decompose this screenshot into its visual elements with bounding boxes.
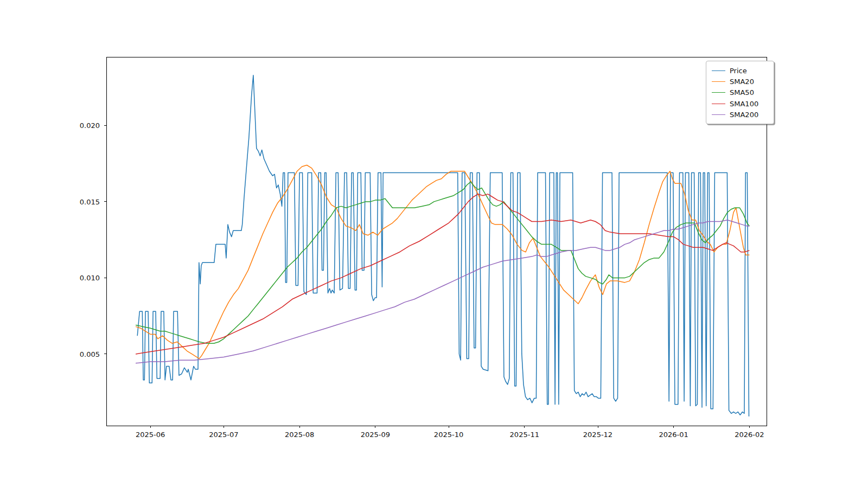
x-tick-label: 2025-12 [583, 431, 612, 438]
series-line-price [137, 75, 749, 416]
chart-figure: 2025-062025-072025-082025-092025-102025-… [0, 0, 868, 488]
legend-label: SMA50 [730, 88, 754, 97]
x-tick-label: 2025-09 [361, 431, 390, 438]
legend-label: SMA100 [730, 100, 758, 108]
legend-label: SMA200 [730, 111, 758, 119]
x-tick-label: 2025-10 [434, 431, 463, 438]
x-tick-label: 2025-11 [510, 431, 539, 438]
legend-entry-sma20: SMA20 [712, 76, 768, 87]
legend-line-icon [712, 70, 725, 71]
x-tick-label: 2026-02 [735, 431, 764, 438]
legend-line-icon [712, 104, 725, 104]
legend-entry-sma100: SMA100 [712, 98, 768, 109]
legend-line-icon [712, 114, 725, 115]
y-tick-label: 0.005 [0, 350, 100, 357]
series-line-sma200 [136, 220, 749, 363]
legend-entry-sma50: SMA50 [712, 87, 768, 98]
series-line-sma20 [136, 165, 749, 359]
legend-line-icon [712, 92, 725, 93]
legend-label: Price [730, 67, 747, 75]
legend-label: SMA20 [730, 78, 754, 86]
y-tick-label: 0.010 [0, 274, 100, 281]
legend: PriceSMA20SMA50SMA100SMA200 [706, 61, 774, 124]
x-tick-label: 2025-06 [136, 431, 165, 438]
x-tick-label: 2025-08 [285, 431, 314, 438]
legend-entry-sma200: SMA200 [712, 110, 768, 120]
y-tick-label: 0.020 [0, 122, 100, 129]
y-tick-label: 0.015 [0, 198, 100, 205]
x-tick-label: 2025-07 [209, 431, 238, 438]
series-line-sma100 [136, 194, 749, 354]
series-line-sma50 [136, 182, 749, 343]
x-tick-label: 2026-01 [659, 431, 688, 438]
legend-line-icon [712, 81, 725, 82]
legend-entry-price: Price [712, 65, 768, 76]
